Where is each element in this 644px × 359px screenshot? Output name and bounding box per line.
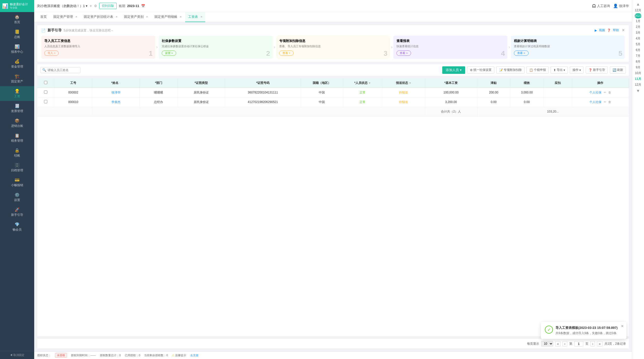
deduction-button[interactable]: 📝 专项附加扣除	[496, 66, 525, 74]
person-status-filter-icon[interactable]: ▼	[369, 82, 371, 84]
th-name[interactable]: *姓名 ↕	[92, 78, 140, 88]
ai-service-button[interactable]: 🎧 人工咨询	[592, 4, 610, 8]
tab-close-fixed-assets[interactable]: ×	[75, 15, 77, 19]
sidebar-item-payroll[interactable]: 👷工资	[0, 86, 34, 101]
row-check-0[interactable]	[44, 90, 47, 94]
summary-label	[37, 107, 92, 116]
search-input[interactable]	[40, 67, 80, 73]
month-item-8[interactable]: 7月	[634, 53, 642, 59]
name-link-1[interactable]: 李俊杰	[111, 100, 120, 104]
tab-fixed-category[interactable]: 固定资产类别×	[121, 12, 151, 22]
sidebar-item-fixed-assets[interactable]: 🏗️固定资产	[0, 71, 34, 86]
month-item-13[interactable]: 12月	[634, 82, 642, 88]
add-person-button[interactable]: 添加人员 ▾	[442, 66, 465, 74]
guide-arrow-4: ›	[507, 44, 511, 50]
prev-page-button[interactable]: ‹	[562, 341, 567, 346]
tab-payroll[interactable]: 工资表×	[185, 12, 205, 22]
month-item-5[interactable]: 4月	[634, 36, 642, 41]
sidebar-item-member[interactable]: 💎畅会员	[0, 220, 34, 234]
sidebar-item-reports[interactable]: 📊报表中心	[0, 42, 34, 57]
social-insurance-button[interactable]: ⚙ 统一社保设置	[467, 66, 494, 74]
sidebar-item-archive[interactable]: 🗄️归档管理	[0, 160, 34, 175]
next-page-button[interactable]: ›	[590, 341, 595, 346]
refresh-button[interactable]: 🔄 刷新	[610, 66, 626, 74]
newguide-button[interactable]: ❓ 新手引导	[586, 66, 608, 74]
sidebar-item-settings[interactable]: ⚙️设置	[0, 190, 34, 205]
month-item-7[interactable]: 6月	[634, 47, 642, 53]
last-page-button[interactable]: »	[597, 341, 602, 346]
sidebar-item-purchase-sales[interactable]: 📦进销台账	[0, 116, 34, 131]
refresh-icon: 🔄	[613, 68, 616, 72]
step-btn-5[interactable]: 查看 >	[514, 50, 528, 56]
guide-video-help: ▶ 视频 ❓ 帮助	[595, 28, 619, 32]
step-btn-1[interactable]: 导入 >	[44, 50, 59, 56]
switch-old-version-button[interactable]: 切到旧版	[99, 3, 117, 9]
month-item-9[interactable]: 8月	[634, 59, 642, 65]
account-selector[interactable]: 刘小艳演示账套（勿删勿动！）1 ▾	[37, 4, 88, 8]
per-page-select[interactable]: 10 20 50	[541, 341, 553, 346]
tab-close-fixed-category[interactable]: ×	[146, 15, 148, 19]
name-sort-icon[interactable]: ↕	[119, 82, 120, 84]
charge-button[interactable]: 去充值	[190, 353, 198, 357]
month-item-4[interactable]: 3月	[634, 30, 642, 36]
report-status-filter-icon[interactable]: ▼	[409, 82, 411, 84]
delete-icon-1[interactable]: 🗑	[608, 100, 611, 104]
toast-close-button[interactable]: ✕	[621, 324, 624, 328]
edit-icon-0[interactable]: ✏	[604, 91, 606, 94]
month-item-3[interactable]: 2月	[634, 24, 642, 30]
guide-close-button[interactable]: ✕	[622, 28, 625, 32]
video-label[interactable]: 视频	[599, 28, 605, 32]
guide-step-1: 1 导入员工工资信息 人员信息及工资数据新增导入 导入 >	[41, 36, 155, 59]
tab-fixed-depreciation[interactable]: 固定资产折旧统计表×	[81, 12, 120, 22]
delete-icon-0[interactable]: 🗑	[608, 91, 611, 94]
sidebar-item-invoicing[interactable]: 🧾发票管理	[0, 101, 34, 116]
tab-close-fixed-detail[interactable]: ×	[180, 15, 182, 19]
social-link-1[interactable]: 个人社保	[589, 100, 601, 104]
first-page-button[interactable]: «	[555, 341, 560, 346]
page-number-input[interactable]: 1	[574, 341, 583, 346]
th-person-status[interactable]: *人员状态 ▼	[343, 78, 382, 88]
tax-report-button[interactable]: 📋 个税申报	[527, 66, 549, 74]
month-item-2[interactable]: 1月	[634, 18, 642, 24]
panel-down-arrow[interactable]: ▼	[636, 89, 640, 93]
sidebar-item-home[interactable]: 🏠首页	[0, 12, 34, 27]
tab-fixed-assets[interactable]: 固定资产管理×	[50, 12, 80, 22]
social-link-0[interactable]: 个人社保	[589, 91, 601, 94]
tab-fixed-detail[interactable]: 固定资产明细账×	[151, 12, 185, 22]
month-item-10[interactable]: 9月	[634, 65, 642, 70]
sidebar-item-newguide[interactable]: 🚀新手引导	[0, 205, 34, 220]
topbar-add-icon[interactable]: +	[90, 4, 92, 8]
tab-close-fixed-depreciation[interactable]: ×	[116, 15, 117, 19]
tab-close-payroll[interactable]: ×	[200, 15, 202, 19]
tab-home[interactable]: 首页	[37, 12, 50, 22]
row-check-1[interactable]	[44, 100, 47, 103]
sidebar-item-expense[interactable]: 💳小畅报销	[0, 175, 34, 190]
month-item-6[interactable]: 5月	[634, 41, 642, 47]
sidebar-cancel-pin[interactable]: ◀ 取消固定	[0, 351, 34, 359]
name-link-0[interactable]: 徐泽华	[111, 91, 120, 94]
sidebar-item-tax[interactable]: 📋税务管理	[0, 131, 34, 145]
edit-icon-1[interactable]: ✏	[604, 100, 606, 104]
step-btn-3[interactable]: 查看 >	[279, 50, 294, 56]
sidebar-item-funds[interactable]: 💰资金管理	[0, 57, 34, 71]
th-report-status[interactable]: 报送状态 ▼	[382, 78, 425, 88]
user-info[interactable]: 👤 徐泽华	[613, 4, 629, 8]
month-item-0[interactable]: 12月	[634, 8, 642, 13]
panel-up-arrow[interactable]: ▲	[636, 2, 640, 7]
calendar-icon[interactable]: 📅	[141, 4, 145, 8]
step-btn-4[interactable]: 查看 >	[396, 50, 411, 56]
step-btn-2[interactable]: 设置 >	[162, 50, 176, 56]
operation-button[interactable]: 操作 ▾	[570, 66, 584, 74]
sidebar-item-closing[interactable]: 🔒结账	[0, 145, 34, 160]
help-label[interactable]: 帮助	[613, 28, 619, 32]
select-all-checkbox[interactable]	[44, 81, 47, 84]
month-item-11[interactable]: 10月	[634, 70, 642, 76]
row-checkbox-1	[37, 97, 54, 107]
month-item-1[interactable]: 2023	[635, 13, 641, 18]
step-desc-4: 快速查看统计信息	[396, 44, 504, 48]
topbar-settings-icon[interactable]: ⚙	[94, 4, 97, 8]
export-button[interactable]: ⬆ 导出 ▾	[551, 66, 568, 74]
period-label: 账期	[119, 4, 125, 8]
month-item-12[interactable]: 11月	[634, 76, 642, 82]
sidebar-item-ledger[interactable]: 📒总账	[0, 27, 34, 42]
